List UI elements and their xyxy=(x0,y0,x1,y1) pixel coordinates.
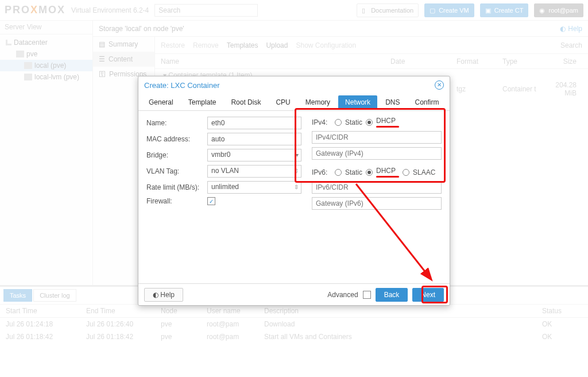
back-button[interactable]: Back xyxy=(376,288,408,302)
modal-title: Create: LXC Container xyxy=(144,81,220,90)
firewall-checkbox[interactable]: ✓ xyxy=(207,197,215,205)
tree-node-pve[interactable]: pve xyxy=(0,48,92,60)
modal-footer: ◐ Help Advanced Back Next xyxy=(138,283,450,305)
notes-icon: ▤ xyxy=(99,40,105,48)
tab-tasks[interactable]: Tasks xyxy=(3,289,32,302)
task-row[interactable]: Jul 26 01:18:42Jul 26 01:18:42pveroot@pa… xyxy=(0,330,588,343)
col-user[interactable]: User name xyxy=(201,307,258,315)
ipv6-label: IPv6: xyxy=(312,168,331,176)
ipv4-gw-input xyxy=(312,147,442,160)
app-header: PROXMOX Virtual Environment 6.2-4 ▯Docum… xyxy=(0,0,588,21)
cube-icon: ▣ xyxy=(485,7,492,14)
advanced-label: Advanced xyxy=(327,291,358,299)
lock-icon: ⚿ xyxy=(99,70,106,78)
chevron-down-icon: ⇳ xyxy=(294,168,299,174)
resource-tree: Server View Datacenter pve local (pve) l… xyxy=(0,21,93,285)
tab-network[interactable]: Network xyxy=(338,95,377,109)
tab-content[interactable]: ☰Content xyxy=(93,52,154,67)
modal-titlebar: Create: LXC Container ✕ xyxy=(138,76,450,94)
tab-template[interactable]: Template xyxy=(181,95,223,109)
ipv6-gw-input xyxy=(312,197,442,210)
tab-dns[interactable]: DNS xyxy=(378,95,407,109)
next-button[interactable]: Next xyxy=(412,288,444,302)
modal-body: Name: MAC address: Bridge:vmbr0▾ VLAN Ta… xyxy=(138,111,450,283)
col-format[interactable]: Format xyxy=(451,57,497,66)
col-starttime[interactable]: Start Time xyxy=(0,307,80,315)
wizard-tabs: General Template Root Disk CPU Memory Ne… xyxy=(138,94,450,111)
col-status[interactable]: Status xyxy=(536,307,588,315)
advanced-checkbox[interactable] xyxy=(363,291,371,299)
tree-storage-locallvm[interactable]: local-lvm (pve) xyxy=(0,71,92,83)
breadcrumb-text: Storage 'local' on node 'pve' xyxy=(99,25,184,33)
disk-icon xyxy=(24,74,32,80)
user-icon: ◉ xyxy=(539,7,546,14)
user-menu[interactable]: ◉root@pam xyxy=(534,3,583,17)
list-icon: ☰ xyxy=(99,55,105,63)
tree-datacenter[interactable]: Datacenter xyxy=(0,37,92,48)
bridge-select[interactable]: vmbr0▾ xyxy=(207,149,301,161)
book-icon: ▯ xyxy=(362,7,369,14)
ipv4-static-radio[interactable] xyxy=(335,119,342,126)
col-endtime[interactable]: End Time xyxy=(80,307,155,315)
create-vm-button[interactable]: ▢Create VM xyxy=(424,3,474,17)
col-date[interactable]: Date xyxy=(385,57,451,66)
remove-button[interactable]: Remove xyxy=(193,41,219,49)
col-size[interactable]: Size xyxy=(543,57,588,66)
task-row[interactable]: Jul 26 01:24:18Jul 26 01:26:40pveroot@pa… xyxy=(0,318,588,330)
ipv4-dhcp-radio[interactable] xyxy=(366,119,373,126)
create-ct-button[interactable]: ▣Create CT xyxy=(480,3,529,17)
tab-confirm[interactable]: Confirm xyxy=(408,95,446,109)
col-node[interactable]: Node xyxy=(155,307,201,315)
tab-general[interactable]: General xyxy=(142,95,180,109)
tree-storage-local[interactable]: local (pve) xyxy=(0,60,92,71)
building-icon xyxy=(6,40,11,45)
firewall-label: Firewall: xyxy=(146,197,204,205)
tree-head[interactable]: Server View xyxy=(0,21,92,34)
vlan-select[interactable]: no VLAN⇳ xyxy=(207,165,301,178)
ipv4-static-label: Static xyxy=(345,118,362,126)
ipv4-label: IPv4: xyxy=(312,118,331,126)
mac-label: MAC address: xyxy=(146,135,204,143)
search-input[interactable] xyxy=(154,4,258,17)
breadcrumb: Storage 'local' on node 'pve' ◐Help xyxy=(93,21,588,37)
tab-summary[interactable]: ▤Summary xyxy=(93,37,154,52)
ipv6-static-label: Static xyxy=(345,168,362,176)
tab-clusterlog[interactable]: Cluster log xyxy=(33,289,76,302)
help-icon: ◐ xyxy=(153,291,158,299)
grid-search-label: Search xyxy=(560,41,582,49)
upload-button[interactable]: Upload xyxy=(266,41,288,49)
ipv6-slaac-radio[interactable] xyxy=(403,169,409,176)
left-column: Name: MAC address: Bridge:vmbr0▾ VLAN Ta… xyxy=(146,117,301,278)
rate-label: Rate limit (MB/s): xyxy=(146,183,204,191)
global-search[interactable] xyxy=(154,4,258,17)
name-input[interactable] xyxy=(207,117,301,129)
ipv6-dhcp-radio[interactable] xyxy=(366,169,373,176)
tab-memory[interactable]: Memory xyxy=(299,95,337,109)
close-icon[interactable]: ✕ xyxy=(435,80,444,90)
version-label: Virtual Environment 6.2-4 xyxy=(71,6,149,14)
templates-button[interactable]: Templates xyxy=(227,41,258,49)
col-name[interactable]: Name xyxy=(155,57,385,66)
brand-logo: PROXMOX xyxy=(5,4,65,16)
vlan-label: VLAN Tag: xyxy=(146,167,204,175)
rate-input[interactable]: unlimited⇳ xyxy=(207,181,301,194)
ipv6-cidr-input xyxy=(312,181,442,194)
grid-columns: Name Date Format Type Size xyxy=(155,54,588,69)
tab-cpu[interactable]: CPU xyxy=(269,95,297,109)
server-icon xyxy=(16,51,24,57)
restore-button[interactable]: Restore xyxy=(161,41,185,49)
col-type[interactable]: Type xyxy=(497,57,543,66)
monitor-icon: ▢ xyxy=(430,7,436,14)
bridge-label: Bridge: xyxy=(146,151,204,159)
col-desc[interactable]: Description xyxy=(258,307,536,315)
showcfg-button[interactable]: Show Configuration xyxy=(296,41,356,49)
documentation-button[interactable]: ▯Documentation xyxy=(357,3,419,17)
create-ct-wizard: Create: LXC Container ✕ General Template… xyxy=(138,76,450,306)
help-button[interactable]: ◐ Help xyxy=(144,288,183,302)
grid-toolbar: Restore Remove Templates Upload Show Con… xyxy=(155,37,588,54)
mac-input[interactable] xyxy=(207,133,301,145)
ipv6-static-radio[interactable] xyxy=(335,169,342,176)
help-link[interactable]: ◐Help xyxy=(560,25,582,33)
ipv4-cidr-input xyxy=(312,131,442,144)
tab-rootdisk[interactable]: Root Disk xyxy=(224,95,268,109)
